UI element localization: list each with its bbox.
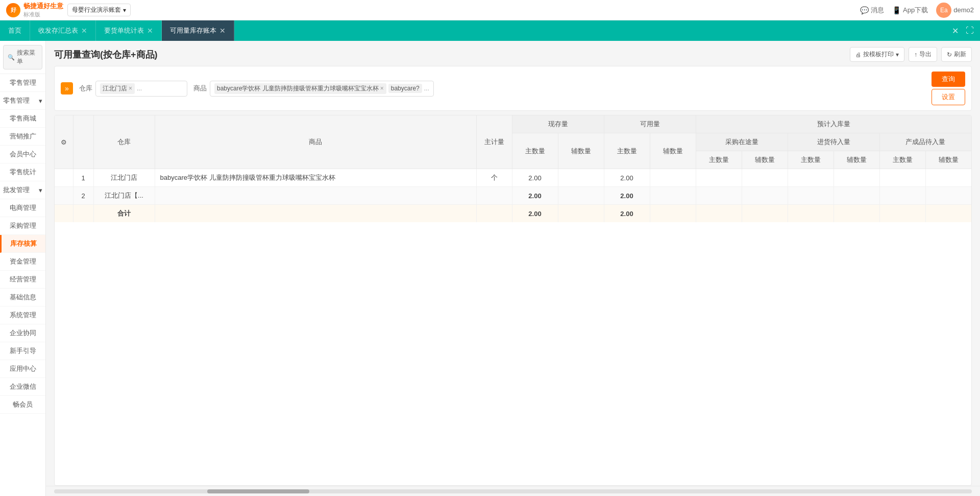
logo-area: 好 畅捷通好生意 标准版 — [6, 2, 63, 18]
sidebar-item-member-plan[interactable]: 畅会员 — [0, 396, 45, 414]
app-download-icon — [892, 6, 901, 14]
avatar: Ea — [936, 3, 951, 18]
close-tab-receivable[interactable] — [81, 27, 87, 34]
cell-unit — [476, 187, 512, 205]
tab-available-inventory[interactable]: 可用量库存账本 — [162, 20, 234, 41]
sidebar-item-retail-mgmt[interactable]: 零售管理 — [0, 92, 45, 110]
th-production-main: 主数量 — [879, 151, 925, 169]
filter-actions: 查询 设置 — [932, 72, 965, 105]
message-icon — [860, 6, 869, 14]
sidebar-item-ecommerce[interactable]: 电商管理 — [0, 199, 45, 217]
print-btn[interactable]: 按模板打印 — [850, 47, 904, 62]
sidebar-item-app-center[interactable]: 应用中心 — [0, 360, 45, 378]
search-menu-btn[interactable]: 搜索菜单 — [3, 45, 42, 69]
close-tab-order-stats[interactable] — [147, 27, 153, 34]
app-download-nav-item[interactable]: App下载 — [892, 6, 928, 15]
sidebar-item-system[interactable]: 系统管理 — [0, 306, 45, 324]
page-header: 可用量查询(按仓库+商品) 按模板打印 导出 刷新 — [46, 41, 980, 66]
message-nav-item[interactable]: 消息 — [860, 6, 884, 15]
refresh-btn[interactable]: 刷新 — [941, 47, 972, 62]
logo-icon: 好 — [6, 3, 20, 17]
cell-product — [155, 187, 476, 205]
scroll-thumb[interactable] — [207, 489, 309, 493]
sidebar-item-quick-nav[interactable]: 零售管理 — [0, 74, 45, 92]
sidebar-item-marketing[interactable]: 营销推广 — [0, 128, 45, 146]
sidebar-item-inventory-check[interactable]: 库存核算 — [0, 235, 45, 253]
cell-num: 2 — [73, 187, 93, 205]
warehouse-more[interactable]: ... — [137, 85, 142, 92]
footer-purchase-main — [696, 205, 742, 223]
cell-purchase-main — [696, 169, 742, 187]
filter-expand-btn[interactable]: » — [61, 82, 73, 95]
tab-receivable[interactable]: 收发存汇总表 — [30, 20, 96, 41]
sidebar-item-enterprise-wechat[interactable]: 企业微信 — [0, 378, 45, 396]
tab-order-stats[interactable]: 要货单统计表 — [96, 20, 162, 41]
sidebar-item-operations[interactable]: 经营管理 — [0, 271, 45, 289]
sidebar-item-wholesale-mgmt[interactable]: 批发管理 — [0, 181, 45, 199]
footer-incoming-aux — [834, 205, 879, 223]
settings-icon[interactable] — [61, 138, 67, 146]
cell-warehouse: 江北门店【... — [93, 187, 155, 205]
query-btn[interactable]: 查询 — [932, 72, 965, 87]
cell-production-main — [879, 187, 925, 205]
product-more[interactable]: ... — [424, 85, 429, 92]
footer-unit — [476, 205, 512, 223]
sidebar-item-retail-stats[interactable]: 零售统计 — [0, 163, 45, 181]
footer-current-aux — [558, 205, 604, 223]
th-current-main: 主数量 — [512, 133, 558, 169]
cell-incoming-aux — [834, 169, 879, 187]
export-icon — [914, 51, 917, 58]
close-all-tabs-btn[interactable] — [950, 24, 961, 38]
cell-purchase-aux — [742, 187, 788, 205]
th-available-group: 可用量 — [604, 115, 696, 133]
user-area[interactable]: Ea demo2 — [936, 3, 974, 18]
sidebar-item-enterprise-collab[interactable]: 企业协同 — [0, 324, 45, 342]
cell-product: babycare学饮杯 儿童防摔防撞吸管杯重力球吸嘴杯宝宝水杯 — [155, 169, 476, 187]
close-tab-available-inventory[interactable] — [219, 27, 226, 34]
warehouse-tag: 江北门店 × — [100, 83, 135, 94]
cell-current-main: 2.00 — [512, 187, 558, 205]
product-filter-input[interactable]: babycare学饮杯 儿童防摔防撞吸管杯重力球吸嘴杯宝宝水杯 × babyca… — [210, 81, 434, 97]
cell-incoming-main — [788, 187, 834, 205]
table-row: 2 江北门店【... 2.00 2.00 — [55, 187, 971, 205]
footer-production-main — [879, 205, 925, 223]
product-tag-1-remove[interactable]: × — [380, 85, 384, 92]
sidebar-item-finance[interactable]: 资金管理 — [0, 253, 45, 271]
content-area: 可用量查询(按仓库+商品) 按模板打印 导出 刷新 » — [46, 41, 980, 496]
filter-bar: » 仓库 江北门店 × ... 商品 babycare学饮杯 儿童防摔防撞吸管杯… — [54, 66, 972, 111]
filter-product-group: 商品 babycare学饮杯 儿童防摔防撞吸管杯重力球吸嘴杯宝宝水杯 × bab… — [193, 81, 434, 97]
th-forecast-in-group: 预计入库量 — [696, 115, 971, 133]
main-layout: 搜索菜单 零售管理 零售管理 零售商城 营销推广 会员中心 零售统计 批发管理 … — [0, 41, 980, 496]
footer-incoming-main — [788, 205, 834, 223]
warehouse-tag-remove[interactable]: × — [129, 85, 132, 92]
industry-selector[interactable]: 母婴行业演示账套 — [67, 4, 131, 16]
export-btn[interactable]: 导出 — [909, 47, 937, 62]
table-body: 1 江北门店 babycare学饮杯 儿童防摔防撞吸管杯重力球吸嘴杯宝宝水杯 个… — [55, 169, 971, 205]
cell-settings — [55, 187, 73, 205]
th-current-aux: 辅数量 — [558, 133, 604, 169]
table-row: 1 江北门店 babycare学饮杯 儿童防摔防撞吸管杯重力球吸嘴杯宝宝水杯 个… — [55, 169, 971, 187]
settings-btn[interactable]: 设置 — [932, 89, 965, 105]
page-actions: 按模板打印 导出 刷新 — [850, 47, 972, 62]
cell-available-main: 2.00 — [604, 187, 650, 205]
cell-production-main — [879, 169, 925, 187]
sidebar-item-basic-info[interactable]: 基础信息 — [0, 289, 45, 306]
th-settings — [55, 115, 73, 169]
sidebar-item-new-guide[interactable]: 新手引导 — [0, 342, 45, 360]
th-incoming-aux: 辅数量 — [834, 151, 879, 169]
sidebar-item-purchase[interactable]: 采购管理 — [0, 217, 45, 235]
fullscreen-btn[interactable]: ⛶ — [964, 24, 976, 37]
sidebar-section: 零售管理 零售商城 营销推广 会员中心 零售统计 批发管理 电商管理 采购管理 … — [0, 92, 45, 414]
footer-purchase-aux — [742, 205, 788, 223]
cell-available-main: 2.00 — [604, 169, 650, 187]
th-purchase-aux: 辅数量 — [742, 151, 788, 169]
sidebar-item-member-center[interactable]: 会员中心 — [0, 146, 45, 163]
chevron-down-icon — [123, 7, 126, 14]
tab-home[interactable]: 首页 — [0, 20, 30, 41]
chevron-icon-2 — [39, 186, 42, 194]
nav-tabs-bar: 首页 收发存汇总表 要货单统计表 可用量库存账本 ⛶ — [0, 20, 980, 41]
horizontal-scrollbar[interactable] — [54, 489, 972, 493]
sidebar-item-retail-mall[interactable]: 零售商城 — [0, 110, 45, 128]
warehouse-filter-input[interactable]: 江北门店 × ... — [95, 81, 187, 97]
th-purchase-main: 主数量 — [696, 151, 742, 169]
